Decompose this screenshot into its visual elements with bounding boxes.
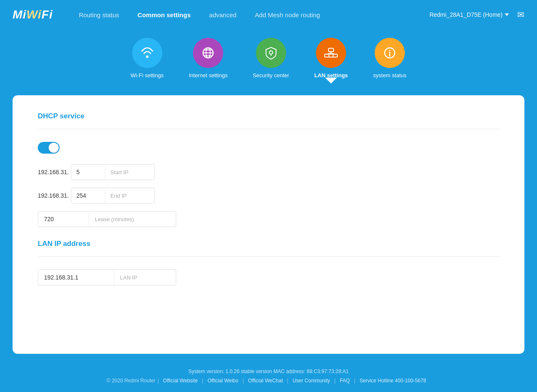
active-arrow <box>325 78 337 84</box>
icon-nav-security-center[interactable]: Security center <box>253 38 289 78</box>
lan-ip-input-wrap: LAN IP <box>38 269 176 285</box>
shield-icon <box>263 45 279 60</box>
start-ip-prefix: 192.168.31. <box>38 169 69 175</box>
security-center-label: Security center <box>253 72 289 78</box>
start-ip-row: 192.168.31. Start IP <box>38 164 499 180</box>
lease-row: Lease (minutes) <box>38 211 499 227</box>
main-nav: Routing status Common settings advanced … <box>70 0 430 29</box>
lease-input-wrap: Lease (minutes) <box>38 211 176 227</box>
lan-ip-heading: LAN IP address <box>38 240 499 248</box>
lan-ip-input[interactable] <box>38 270 114 285</box>
end-ip-input-wrap: End IP <box>71 188 155 204</box>
footer-link-official-website[interactable]: Official Website <box>159 378 202 384</box>
lan-settings-icon-circle <box>316 38 346 68</box>
nav-common-settings[interactable]: Common settings <box>128 0 200 29</box>
mail-icon[interactable]: ✉ <box>517 10 524 20</box>
logo[interactable]: MiWiFi <box>13 8 53 21</box>
security-center-icon-circle <box>256 38 286 68</box>
svg-point-6 <box>269 51 273 54</box>
footer-link-official-weibo[interactable]: Official Weibo <box>203 378 243 384</box>
toggle-knob <box>49 143 59 153</box>
device-name: Redmi_28A1_D75E (Home) <box>430 11 503 18</box>
dhcp-service-section: DHCP service 192.168.31. Start IP 192.16… <box>38 112 499 227</box>
footer: System version: 1.0.26 stable version MA… <box>0 362 537 392</box>
end-ip-prefix: 192.168.31. <box>38 192 69 199</box>
footer-links: © 2020 Redmi Router | Official Website |… <box>0 378 537 384</box>
nav-add-mesh[interactable]: Add Mesh node routing <box>246 0 329 29</box>
end-ip-row: 192.168.31. End IP <box>38 188 499 204</box>
dhcp-divider <box>38 129 499 129</box>
footer-link-official-wechat[interactable]: Official WeChat <box>244 378 287 384</box>
icon-nav: Wi-Fi settings Internet settings Securit… <box>0 29 537 83</box>
svg-rect-9 <box>325 54 329 57</box>
wifi-settings-icon-circle <box>132 38 162 68</box>
wifi-settings-label: Wi-Fi settings <box>130 72 164 78</box>
icon-nav-wifi-settings[interactable]: Wi-Fi settings <box>130 38 164 78</box>
footer-link-user-community[interactable]: User Community <box>288 378 334 384</box>
dhcp-toggle[interactable] <box>38 142 60 154</box>
footer-link-faq[interactable]: FAQ <box>336 378 354 384</box>
lease-label: Lease (minutes) <box>89 212 176 227</box>
end-ip-input[interactable] <box>71 188 105 203</box>
header: MiWiFi Routing status Common settings ad… <box>0 0 537 29</box>
svg-point-16 <box>389 50 391 51</box>
svg-point-0 <box>146 55 149 58</box>
dhcp-service-heading: DHCP service <box>38 112 499 120</box>
icon-nav-internet-settings[interactable]: Internet settings <box>189 38 228 78</box>
lease-input[interactable] <box>38 212 89 227</box>
start-ip-input[interactable] <box>71 165 105 180</box>
nav-routing-status[interactable]: Routing status <box>70 0 128 29</box>
icon-nav-system-status[interactable]: system status <box>373 38 406 78</box>
dhcp-toggle-row <box>38 142 499 154</box>
svg-rect-11 <box>333 54 337 57</box>
end-ip-label: End IP <box>105 188 154 203</box>
lan-ip-label: LAN IP <box>114 270 176 285</box>
icon-nav-lan-settings[interactable]: LAN settings <box>314 38 348 78</box>
lan-ip-section: LAN IP address LAN IP <box>38 240 499 285</box>
content-card: DHCP service 192.168.31. Start IP 192.16… <box>13 95 524 354</box>
device-selector[interactable]: Redmi_28A1_D75E (Home) <box>430 11 509 18</box>
main-content: DHCP service 192.168.31. Start IP 192.16… <box>0 83 537 362</box>
svg-rect-10 <box>329 54 333 57</box>
globe-icon <box>201 45 216 60</box>
copyright: © 2020 Redmi Router <box>107 378 155 384</box>
svg-rect-8 <box>328 48 334 52</box>
header-right: Redmi_28A1_D75E (Home) ✉ <box>430 10 524 20</box>
system-status-label: system status <box>373 72 406 78</box>
lan-ip-divider <box>38 256 499 257</box>
wifi-icon <box>140 45 155 60</box>
start-ip-input-wrap: Start IP <box>71 164 155 180</box>
internet-settings-label: Internet settings <box>189 72 228 78</box>
lan-icon <box>323 44 339 61</box>
chevron-down-icon <box>505 13 509 16</box>
internet-settings-icon-circle <box>193 38 223 68</box>
nav-advanced[interactable]: advanced <box>200 0 246 29</box>
footer-link-service-hotline[interactable]: Service Hotline 400-100-5678 <box>355 378 430 384</box>
system-version: System version: 1.0.26 stable version MA… <box>0 368 537 374</box>
start-ip-label: Start IP <box>105 165 154 180</box>
system-status-icon-circle <box>375 38 405 68</box>
info-icon <box>382 45 397 60</box>
